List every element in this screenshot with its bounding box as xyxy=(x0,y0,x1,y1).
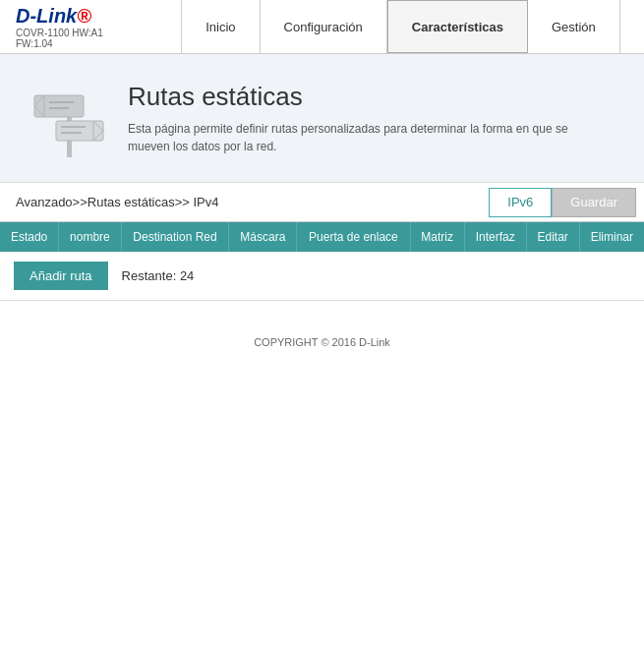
logo-subtitle: COVR-1100 HW:A1 FW:1.04 xyxy=(16,28,142,49)
logo-area: D-Link® COVR-1100 HW:A1 FW:1.04 xyxy=(0,0,157,57)
table-container: Estado nombre Destination Red Máscara Pu… xyxy=(0,222,644,252)
page-description: Esta página permite definir rutas person… xyxy=(128,120,580,155)
hero-icon xyxy=(10,74,128,162)
nav-gestion[interactable]: Gestión xyxy=(528,0,620,53)
nav-inicio[interactable]: Inicio xyxy=(181,0,260,53)
add-route-button[interactable]: Añadir ruta xyxy=(14,262,108,290)
dlink-logo: D-Link® xyxy=(16,5,142,28)
footer: COPYRIGHT © 2016 D-Link xyxy=(0,321,644,364)
hero-section: Rutas estáticas Esta página permite defi… xyxy=(0,54,644,183)
col-puerta-enlace: Puerta de enlace xyxy=(297,222,410,252)
remaining-label: Restante: 24 xyxy=(122,268,195,283)
nav-caracteristicas[interactable]: Características xyxy=(387,0,528,53)
page-title: Rutas estáticas xyxy=(128,82,580,112)
ipv6-button[interactable]: IPv6 xyxy=(489,188,552,217)
col-interfaz: Interfaz xyxy=(464,222,526,252)
col-destination-red: Destination Red xyxy=(121,222,229,252)
col-editar: Editar xyxy=(526,222,579,252)
col-eliminar: Eliminar xyxy=(579,222,644,252)
road-sign-icon xyxy=(25,74,113,162)
hero-text: Rutas estáticas Esta página permite defi… xyxy=(128,82,580,155)
nav-menu: Inicio Configuración Características Ges… xyxy=(157,0,644,53)
action-bar: Añadir ruta Restante: 24 xyxy=(0,252,644,301)
logo-accent: ® xyxy=(77,5,91,27)
breadcrumb: Avanzado>>Rutas estáticas>> IPv4 xyxy=(0,195,489,209)
guardar-button[interactable]: Guardar xyxy=(552,188,636,217)
copyright-text: COPYRIGHT © 2016 D-Link xyxy=(254,336,390,348)
col-estado: Estado xyxy=(0,222,59,252)
header: D-Link® COVR-1100 HW:A1 FW:1.04 Inicio C… xyxy=(0,0,644,54)
breadcrumb-bar: Avanzado>>Rutas estáticas>> IPv4 IPv6 Gu… xyxy=(0,183,644,222)
col-matriz: Matriz xyxy=(410,222,464,252)
col-nombre: nombre xyxy=(59,222,122,252)
col-mascara: Máscara xyxy=(229,222,297,252)
nav-configuracion[interactable]: Configuración xyxy=(261,0,387,53)
table-header-row: Estado nombre Destination Red Máscara Pu… xyxy=(0,222,644,252)
routes-table: Estado nombre Destination Red Máscara Pu… xyxy=(0,222,644,252)
